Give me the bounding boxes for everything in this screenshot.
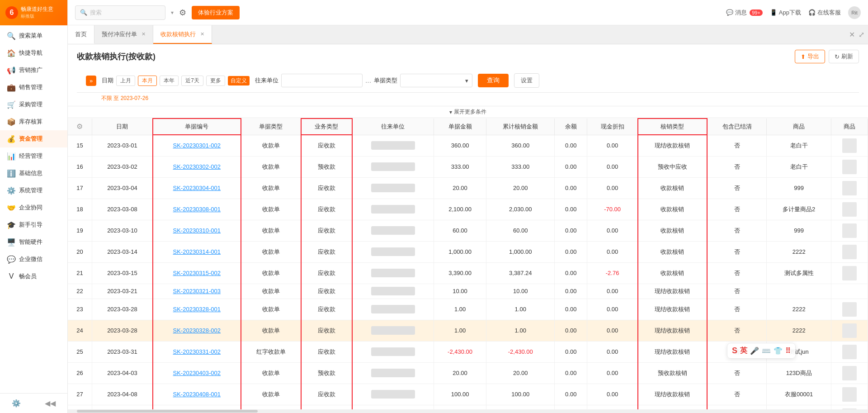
filter-more-btn[interactable]: 更多 bbox=[206, 76, 225, 86]
cell-doc-no: SK-20230301-002 bbox=[153, 135, 241, 156]
sidebar-item-basic[interactable]: ℹ️ 基础信息 bbox=[0, 165, 67, 182]
filter-this-month-btn[interactable]: 本月 bbox=[138, 76, 157, 86]
cell-cumulative: 100.00 bbox=[486, 384, 555, 405]
settings-button[interactable]: 设置 bbox=[514, 73, 539, 88]
cell-biz-type: 应收款 bbox=[301, 177, 352, 199]
doc-no-link[interactable]: SK-20230308-001 bbox=[173, 206, 221, 213]
sidebar-item-label: 采购管理 bbox=[19, 100, 42, 109]
industry-solution-button[interactable]: 体验行业方案 bbox=[192, 6, 240, 19]
export-button[interactable]: ⬆ 导出 bbox=[795, 50, 825, 63]
sidebar-item-wechat[interactable]: 💬 企业微信 bbox=[0, 251, 67, 268]
table-container[interactable]: ⚙ 日期 单据编号 单据类型 业务类型 往来单位 单据金额 累计核销金额 余额 … bbox=[68, 118, 868, 409]
cell-date: 2023-04-18 bbox=[92, 405, 152, 409]
cell-include-settled: 否 bbox=[707, 284, 767, 299]
cell-product2 bbox=[831, 241, 868, 262]
tab-fullscreen-button[interactable]: ⤢ bbox=[859, 30, 864, 39]
filter-date-label: 日期 bbox=[102, 76, 113, 85]
filter-custom-btn[interactable]: 自定义 bbox=[228, 76, 250, 85]
filter-counterpart-input[interactable] bbox=[281, 74, 363, 87]
sidebar-settings-button[interactable]: ⚙️ bbox=[10, 397, 23, 409]
sidebar-item-system[interactable]: ⚙️ 系统管理 bbox=[0, 182, 67, 199]
sidebar-item-guide[interactable]: 🎓 新手引导 bbox=[0, 216, 67, 233]
cell-counterpart: ████ bbox=[352, 299, 434, 320]
tab-close-all-button[interactable]: ✕ bbox=[849, 30, 855, 39]
sidebar-item-label: 资金管理 bbox=[19, 135, 42, 143]
cell-counterpart: ████ bbox=[352, 284, 434, 299]
gear-icon[interactable]: ⚙ bbox=[76, 123, 83, 130]
doc-no-link[interactable]: SK-20230328-002 bbox=[173, 327, 221, 334]
doc-no-link[interactable]: SK-20230321-003 bbox=[173, 288, 221, 294]
page-header: 收款核销执行(按收款) ⬆ 导出 ↻ 刷新 » 日期 上月 本月 本年 近7天 bbox=[68, 44, 868, 106]
query-button[interactable]: 查询 bbox=[478, 74, 509, 87]
cell-verify-type: 收款核销 bbox=[638, 241, 707, 262]
tab-collection[interactable]: 收款核销执行 ✕ bbox=[153, 25, 212, 44]
support-button[interactable]: 🎧 在线客服 bbox=[808, 9, 841, 17]
tab-collection-close[interactable]: ✕ bbox=[200, 31, 204, 37]
cell-balance: 0.00 bbox=[555, 220, 587, 241]
table-scrollbar[interactable] bbox=[68, 409, 868, 413]
sidebar-item-hardware[interactable]: 🖥️ 智能硬件 bbox=[0, 233, 67, 251]
tab-prepay[interactable]: 预付冲应付单 ✕ bbox=[94, 25, 153, 44]
sidebar-item-corp[interactable]: 🤝 企业协同 bbox=[0, 199, 67, 216]
topbar-gear-icon[interactable]: ⚙ bbox=[179, 8, 186, 18]
cell-doc-type: 收款单 bbox=[241, 241, 301, 262]
doc-no-link[interactable]: SK-20230331-002 bbox=[173, 348, 221, 355]
doc-no-link[interactable]: SK-20230301-002 bbox=[173, 142, 221, 149]
filter-this-year-btn[interactable]: 本年 bbox=[160, 76, 179, 86]
sidebar-item-finance[interactable]: 💰 资金管理 bbox=[0, 130, 67, 147]
topbar-dropdown-arrow[interactable]: ▾ bbox=[171, 9, 174, 16]
cell-product2 bbox=[831, 177, 868, 199]
doc-no-link[interactable]: SK-20230328-001 bbox=[173, 306, 221, 313]
refresh-button[interactable]: ↻ 刷新 bbox=[829, 50, 859, 63]
doc-no-link[interactable]: SK-20230302-002 bbox=[173, 163, 221, 170]
cell-biz-type: 预收款 bbox=[301, 362, 352, 384]
filter-toggle-button[interactable]: » bbox=[86, 76, 96, 86]
sidebar-item-label: 新手引导 bbox=[19, 221, 42, 229]
cell-doc-type: 收款单 bbox=[241, 135, 301, 156]
expand-conditions-bar[interactable]: ▾ 展开更多条件 bbox=[68, 106, 868, 118]
watermark-overlay: S 英 🎤 ⌨️ 👕 ⠿ bbox=[727, 343, 796, 359]
messages-button[interactable]: 💬 消息 99+ bbox=[726, 9, 763, 17]
tab-home[interactable]: 首页 bbox=[68, 25, 94, 44]
sidebar-item-inventory[interactable]: 📦 库存核算 bbox=[0, 113, 67, 130]
sidebar-item-sales[interactable]: 💼 销售管理 bbox=[0, 79, 67, 96]
th-gear[interactable]: ⚙ bbox=[68, 119, 92, 135]
cell-biz-type: 应收款 bbox=[301, 220, 352, 241]
cell-date: 2023-03-04 bbox=[92, 177, 152, 199]
cell-discount: 0.00 bbox=[587, 156, 638, 177]
sidebar-item-search[interactable]: 🔍 搜索菜单 bbox=[0, 27, 67, 44]
basic-icon: ℹ️ bbox=[7, 169, 15, 177]
sidebar-item-ops[interactable]: 📊 经营管理 bbox=[0, 147, 67, 165]
table-row: 19 2023-03-10 SK-20230310-001 收款单 应收款 ██… bbox=[68, 220, 868, 241]
sidebar-item-marketing[interactable]: 📢 营销推广 bbox=[0, 62, 67, 79]
grid-icon[interactable]: ⠿ bbox=[785, 347, 791, 355]
doc-no-link[interactable]: SK-20230315-002 bbox=[173, 270, 221, 276]
cell-amount: 100.00 bbox=[434, 405, 486, 409]
doc-no-link[interactable]: SK-20230314-001 bbox=[173, 248, 221, 255]
th-product2: 商品 bbox=[831, 119, 868, 135]
cell-date: 2023-03-31 bbox=[92, 341, 152, 362]
sidebar-collapse-button[interactable]: ◀◀ bbox=[43, 397, 57, 409]
sidebar-item-quick-nav[interactable]: 🏠 快捷导航 bbox=[0, 44, 67, 62]
topbar-search-box[interactable]: 🔍 搜索 bbox=[75, 5, 165, 20]
sidebar-item-purchase[interactable]: 🛒 采购管理 bbox=[0, 96, 67, 113]
cell-balance: 0.00 bbox=[555, 299, 587, 320]
doc-no-link[interactable]: SK-20230304-001 bbox=[173, 185, 221, 191]
filter-last-month-btn[interactable]: 上月 bbox=[116, 76, 135, 86]
doc-no-link[interactable]: SK-20230403-002 bbox=[173, 370, 221, 376]
cell-cumulative: 2,030.00 bbox=[486, 199, 555, 220]
filter-7days-btn[interactable]: 近7天 bbox=[181, 76, 203, 86]
doc-no-link[interactable]: SK-20230310-001 bbox=[173, 227, 221, 234]
doc-no-link[interactable]: SK-20230408-001 bbox=[173, 391, 221, 398]
mic-icon[interactable]: 🎤 bbox=[750, 347, 759, 355]
cell-discount: 0.00 bbox=[587, 405, 638, 409]
shirt-icon[interactable]: 👕 bbox=[774, 347, 783, 355]
filter-doc-type-select[interactable]: ▾ bbox=[400, 74, 472, 87]
sidebar-item-member[interactable]: V 畅会员 bbox=[0, 268, 67, 285]
app-download-button[interactable]: 📱 App下载 bbox=[770, 9, 801, 17]
user-avatar[interactable]: Rit bbox=[848, 6, 861, 19]
cell-doc-no: SK-20230328-002 bbox=[153, 320, 241, 341]
cell-num: 26 bbox=[68, 362, 92, 384]
keyboard-icon[interactable]: ⌨️ bbox=[762, 347, 771, 355]
tab-prepay-close[interactable]: ✕ bbox=[142, 31, 146, 37]
